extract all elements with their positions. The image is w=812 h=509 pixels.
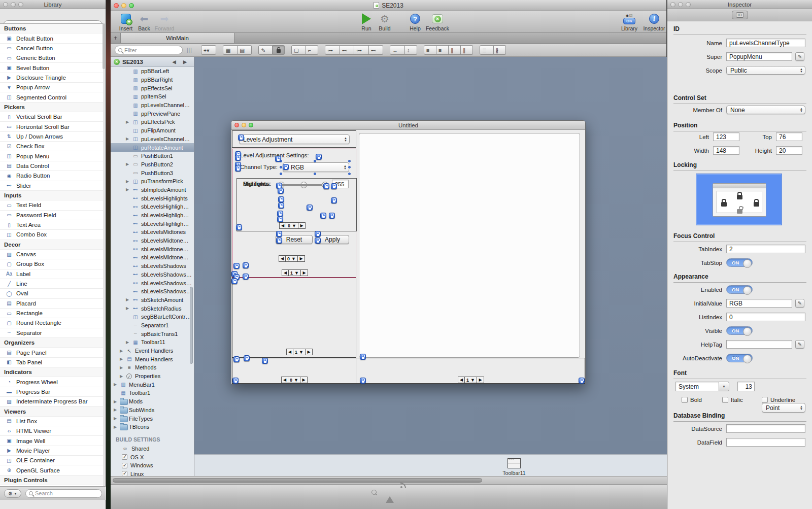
navigator-row[interactable]: ▶ TBIcons <box>111 423 194 431</box>
slider-track[interactable] <box>279 184 327 186</box>
navigator-row[interactable]: ▶ ┈ Separator1 <box>111 321 194 330</box>
library-row[interactable]: ▭ Horizontal Scroll Bar <box>0 122 103 131</box>
disclosure-triangle-icon[interactable]: ▶ <box>114 382 119 387</box>
navigator-row[interactable]: ▶ ↖ Event Handlers <box>111 347 194 355</box>
effect-popup[interactable]: Levels Adjustment ▲▼ <box>239 134 350 144</box>
navigator-row[interactable]: ▶ ▭ PushButton2 <box>111 160 194 169</box>
build-settings-row[interactable]: Windows <box>111 461 194 470</box>
group-page-stepper[interactable]: ◀ 0▼ ▶ <box>279 222 306 229</box>
toolbar-drag-handle[interactable]: ||| <box>187 47 192 53</box>
warnings-icon[interactable] <box>386 489 394 496</box>
panel-stepper[interactable]: ◀ 1▼ ▶ <box>282 269 308 276</box>
navigator-row[interactable]: ▶ ◫ puLevelsChannel… <box>111 135 194 144</box>
library-row[interactable]: ▣ Image Well <box>0 436 103 446</box>
navigator-row[interactable]: ▶ ✓ Properties <box>111 372 194 381</box>
library-row[interactable]: Plugin Controls <box>0 476 103 485</box>
navigator-row[interactable]: ▶ ▥ ppItemSel <box>111 92 194 101</box>
disclosure-triangle-icon[interactable]: ▶ <box>126 137 131 141</box>
stepper-value[interactable]: 1▼ <box>293 349 306 355</box>
lock-icon[interactable] <box>243 274 249 280</box>
initialvalue-field[interactable]: RGB <box>726 299 792 308</box>
align-bottom-button[interactable]: ∥ <box>461 45 473 55</box>
stepper-left-icon[interactable]: ◀ <box>279 256 286 261</box>
stepper-right-icon[interactable]: ▶ <box>306 349 312 355</box>
disclosure-triangle-icon[interactable]: ▶ <box>126 179 131 184</box>
align-left-button[interactable]: ≡ <box>424 45 436 55</box>
main-titlebar[interactable]: SE2013 <box>111 0 666 11</box>
lock-icon[interactable] <box>315 237 321 244</box>
library-row[interactable]: ◉ Radio Button <box>0 171 103 181</box>
feedback-button[interactable]: ✕ Feedback <box>424 12 451 31</box>
datafield-field[interactable] <box>726 438 805 447</box>
stepper-right-icon[interactable]: ▶ <box>298 256 304 261</box>
navigator-row[interactable]: ▶ ▤ Menu Handlers <box>111 355 194 363</box>
selection-handle-dot[interactable] <box>348 173 351 175</box>
lock-icon[interactable] <box>231 278 238 284</box>
library-row[interactable]: ▢ Round Rectangle <box>0 318 103 328</box>
lock-icon[interactable] <box>236 224 242 230</box>
super-field[interactable]: PopupMenu <box>726 52 792 61</box>
library-scrollbar[interactable] <box>103 23 105 69</box>
navigator-row[interactable]: ▶ ⊷ sbImplodeAmount <box>111 186 194 194</box>
under-panel-stepper[interactable]: ◀ 0▼ ▶ <box>279 255 305 262</box>
build-settings-row[interactable]: OS X <box>111 453 194 461</box>
navigator-row[interactable]: ▶ ▥ ppEffectsSel <box>111 84 194 92</box>
middle-panel-stepper[interactable]: ◀ 1▼ ▶ <box>286 349 313 355</box>
datasource-field[interactable] <box>726 424 805 433</box>
disclosure-triangle-icon[interactable]: ▶ <box>126 120 131 124</box>
autodeactivate-toggle[interactable]: ON <box>726 354 753 362</box>
library-titlebar[interactable]: Library <box>0 0 106 9</box>
lock-icon[interactable] <box>244 355 250 361</box>
library-row[interactable]: ⊕ OpenGL Surface <box>0 465 103 475</box>
library-row[interactable]: ▢ Group Box <box>0 259 103 269</box>
library-row[interactable]: ◫ Combo Box <box>0 230 103 240</box>
lock-icon[interactable] <box>233 356 240 362</box>
selection-handle-dot[interactable] <box>280 166 282 168</box>
library-row[interactable]: ▨ Indeterminate Progress Bar <box>0 397 103 406</box>
navigator-row[interactable]: ▶ ⊷ sbLevelsShadows… <box>111 279 194 287</box>
binding-button-1[interactable]: ⊶ <box>325 45 340 55</box>
library-row[interactable]: Decor <box>0 240 103 250</box>
lock-icon[interactable] <box>233 263 240 269</box>
member-of-popup[interactable]: None ▲▼ <box>726 106 805 114</box>
stepper-value[interactable]: 0▼ <box>286 256 298 261</box>
lock-left-icon[interactable] <box>721 202 727 207</box>
disclosure-triangle-icon[interactable]: ▶ <box>126 340 131 345</box>
horizontal-scrollbar[interactable] <box>111 476 667 484</box>
library-row[interactable]: ◔ Progress Wheel <box>0 377 103 387</box>
library-row[interactable]: ◯ Oval <box>0 289 103 298</box>
preview-pane[interactable] <box>359 133 580 358</box>
library-row[interactable]: ▤ Placard <box>0 299 103 309</box>
lock-icon[interactable] <box>331 183 337 189</box>
navigator-row[interactable]: ▶ FileTypes <box>111 414 194 423</box>
navigator-row[interactable]: ▶ ┈ spBasicTrans1 <box>111 329 194 338</box>
disclosure-triangle-icon[interactable]: ▶ <box>120 365 125 370</box>
navigator-row[interactable]: ▶ Mods <box>111 397 194 406</box>
chevron-down-icon[interactable]: ▼ <box>719 382 729 391</box>
selection-handle-dot[interactable] <box>280 173 282 175</box>
channel-type-popup[interactable]: RGB ▲▼ <box>283 162 349 172</box>
disclosure-triangle-icon[interactable]: ▶ <box>120 349 125 353</box>
bottom-left-panel[interactable]: ◀ 0▼ ▶ <box>232 358 356 384</box>
navigator-row[interactable]: ▶ ⊷ sbLevelsMidtone… <box>111 245 194 253</box>
library-row[interactable]: Organizers <box>0 338 103 348</box>
library-row[interactable]: ⇅ Up / Down Arrows <box>0 132 103 142</box>
lock-icon[interactable] <box>307 205 313 211</box>
bottom-right-panel[interactable]: ◀ 1▼ ▶ <box>356 358 585 384</box>
lock-top-icon[interactable] <box>737 195 742 199</box>
id-tab-button[interactable]: ID <box>732 11 748 19</box>
lock-icon[interactable] <box>329 213 335 219</box>
scrollbar-thumb[interactable] <box>113 478 482 483</box>
lock-icon[interactable] <box>243 262 249 268</box>
navigator-row[interactable]: ▶ ◫ segBBarLeftContr… <box>111 313 194 321</box>
navigator-row[interactable]: ▶ ▭ PushButton3 <box>111 168 194 177</box>
selection-handle-dot[interactable] <box>314 173 316 175</box>
library-row[interactable]: Inputs <box>0 191 103 200</box>
navigator-row[interactable]: ▶ ▥ ppLevelsChannel… <box>111 101 194 110</box>
build-checkbox[interactable] <box>122 463 127 468</box>
tabstop-toggle[interactable]: ON <box>726 258 753 267</box>
navigator-row[interactable]: ▶ ▥ MenuBar1 <box>111 380 194 389</box>
navigator-row[interactable]: ▶ ⊷ sbLevelsHighligh… <box>111 211 194 220</box>
edit-pencil-button[interactable]: ✎ <box>795 340 804 349</box>
library-row[interactable]: ◧ Tab Panel <box>0 358 103 367</box>
